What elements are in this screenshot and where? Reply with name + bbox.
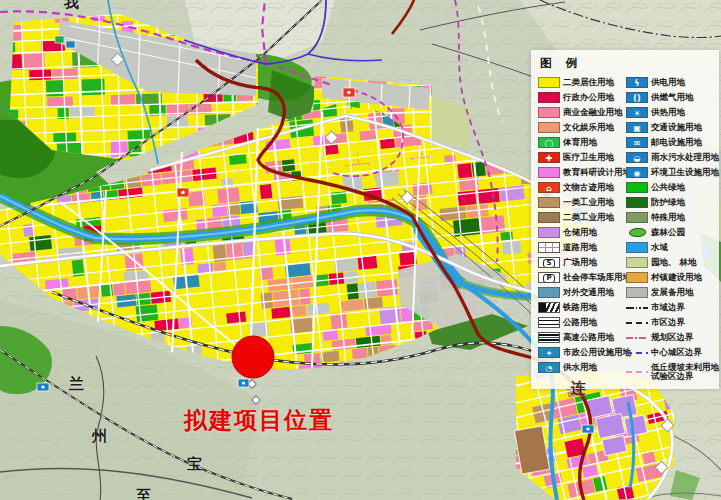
legend-item: S广场用地 xyxy=(538,255,626,270)
legend-item: ◯体育用地 xyxy=(538,135,626,150)
legend-item: ◔供水用地 xyxy=(538,360,626,375)
legend-swatch xyxy=(538,227,560,238)
legend-item-label: 教育科研设计用地 xyxy=(563,168,631,177)
legend-item: P社会停车场库用地 xyxy=(538,270,626,285)
legend-swatch: ◔ xyxy=(538,362,560,373)
place-label-lian: 连 xyxy=(571,381,586,396)
legend-item-label: 供热用地 xyxy=(651,108,685,117)
legend-swatch xyxy=(626,302,648,313)
legend-item: ☀供热用地 xyxy=(626,105,719,120)
legend-swatch: ✉ xyxy=(626,137,648,148)
legend-item-label: 特殊用地 xyxy=(651,213,685,222)
legend-column-left: 二类居住用地行政办公用地商业金融业用地文化娱乐用地◯体育用地✚医疗卫生用地教育科… xyxy=(538,75,626,384)
legend-item: 规划区边界 xyxy=(626,330,719,345)
legend-item-label: 广场用地 xyxy=(563,258,597,267)
project-location-marker xyxy=(232,336,274,378)
legend-item: 低丘缓坡未利用地 试验区边界 xyxy=(626,360,719,384)
legend-item: 一类工业用地 xyxy=(538,195,626,210)
place-label-wo: 我 xyxy=(64,0,79,10)
legend-item: 铁路用地 xyxy=(538,300,626,315)
legend-swatch: ◉ xyxy=(626,167,648,178)
legend-swatch xyxy=(626,242,648,253)
legend-item-label: 文化娱乐用地 xyxy=(563,123,614,132)
legend-swatch xyxy=(626,317,648,328)
legend-item: 商业金融业用地 xyxy=(538,105,626,120)
legend-swatch: P xyxy=(538,272,560,283)
planning-map-screenshot: 图 例 二类居住用地行政办公用地商业金融业用地文化娱乐用地◯体育用地✚医疗卫生用… xyxy=(0,0,721,500)
legend-item: 行政办公用地 xyxy=(538,90,626,105)
legend-item-label: 雨水污水处理用地 xyxy=(651,153,719,162)
legend-item-label: 体育用地 xyxy=(563,138,597,147)
legend-item-label: 文物古迹用地 xyxy=(563,183,614,192)
legend-item-label: 供电用地 xyxy=(651,78,685,87)
legend-item: 公共绿地 xyxy=(626,180,719,195)
legend-swatch xyxy=(626,287,648,298)
legend-item: 道路用地 xyxy=(538,240,626,255)
legend-item: ϟ供电用地 xyxy=(626,75,719,90)
legend-item: ✚医疗卫生用地 xyxy=(538,150,626,165)
legend-item-label: 二类工业用地 xyxy=(563,213,614,222)
place-label-zhou: 州 xyxy=(92,429,107,444)
legend-item-label: 对外交通用地 xyxy=(563,288,614,297)
legend-swatch xyxy=(626,212,648,223)
legend-item: 防护绿地 xyxy=(626,195,719,210)
legend-item: ▣交通设施用地 xyxy=(626,120,719,135)
legend-item-label: 道路用地 xyxy=(563,243,597,252)
legend-item: 森林公园 xyxy=(626,225,719,240)
legend-item-label: 社会停车场库用地 xyxy=(563,273,631,282)
legend-item-label: 交通设施用地 xyxy=(651,123,702,132)
legend-item: 文化娱乐用地 xyxy=(538,120,626,135)
legend-item-label: 高速公路用地 xyxy=(563,333,614,342)
legend-swatch xyxy=(626,367,648,378)
legend-item-label: 防护绿地 xyxy=(651,198,685,207)
legend-column-right: ϟ供电用地()供燃气用地☀供热用地▣交通设施用地✉邮电设施用地◒雨水污水处理用地… xyxy=(626,75,719,384)
legend-swatch xyxy=(626,227,648,238)
legend-swatch: ▣ xyxy=(626,122,648,133)
legend-swatch xyxy=(538,317,560,328)
legend-swatch: ◯ xyxy=(538,137,560,148)
legend-item: ◒雨水污水处理用地 xyxy=(626,150,719,165)
legend-swatch xyxy=(538,332,560,343)
legend-item-label: 中心城区边界 xyxy=(651,348,702,357)
legend-item-label: 医疗卫生用地 xyxy=(563,153,614,162)
legend-item: 二类居住用地 xyxy=(538,75,626,90)
legend-item-label: 二类居住用地 xyxy=(563,78,614,87)
legend-item: 市域边界 xyxy=(626,300,719,315)
legend-item: 中心城区边界 xyxy=(626,345,719,360)
legend-swatch: () xyxy=(626,92,648,103)
place-label-lan: 兰 xyxy=(69,377,84,392)
legend-item-label: 商业金融业用地 xyxy=(563,108,623,117)
legend-item-label: 公路用地 xyxy=(563,318,597,327)
legend-item: 公路用地 xyxy=(538,315,626,330)
legend-item: 市区边界 xyxy=(626,315,719,330)
legend-item-label: 园地、 林地 xyxy=(651,258,696,267)
legend-swatch xyxy=(538,302,560,313)
legend-swatch xyxy=(626,347,648,358)
legend-item-label: 市区边界 xyxy=(651,318,685,327)
legend-swatch: ϟ xyxy=(626,77,648,88)
legend-swatch: S xyxy=(538,257,560,268)
legend-swatch: ✦ xyxy=(538,347,560,358)
legend-swatch xyxy=(538,287,560,298)
legend-item-label: 市域边界 xyxy=(651,303,685,312)
legend-swatch xyxy=(538,167,560,178)
legend-swatch: ✚ xyxy=(538,152,560,163)
legend-item-label: 水域 xyxy=(651,243,668,252)
legend-swatch: ⌂ xyxy=(538,182,560,193)
legend-swatch xyxy=(538,212,560,223)
legend-item-label: 邮电设施用地 xyxy=(651,138,702,147)
legend-swatch xyxy=(626,182,648,193)
legend-swatch xyxy=(538,197,560,208)
legend-item: 高速公路用地 xyxy=(538,330,626,345)
legend-item: ()供燃气用地 xyxy=(626,90,719,105)
legend-item-label: 公共绿地 xyxy=(651,183,685,192)
legend-swatch xyxy=(538,92,560,103)
legend-swatch xyxy=(626,332,648,343)
legend-item-label: 仓储用地 xyxy=(563,228,597,237)
legend-swatch xyxy=(538,107,560,118)
legend-title: 图 例 xyxy=(540,56,715,71)
legend-item-label: 环境卫生设施用地 xyxy=(651,168,719,177)
legend-item: 园地、 林地 xyxy=(626,255,719,270)
legend-item-label: 森林公园 xyxy=(651,228,685,237)
legend-panel: 图 例 二类居住用地行政办公用地商业金融业用地文化娱乐用地◯体育用地✚医疗卫生用… xyxy=(531,50,719,389)
